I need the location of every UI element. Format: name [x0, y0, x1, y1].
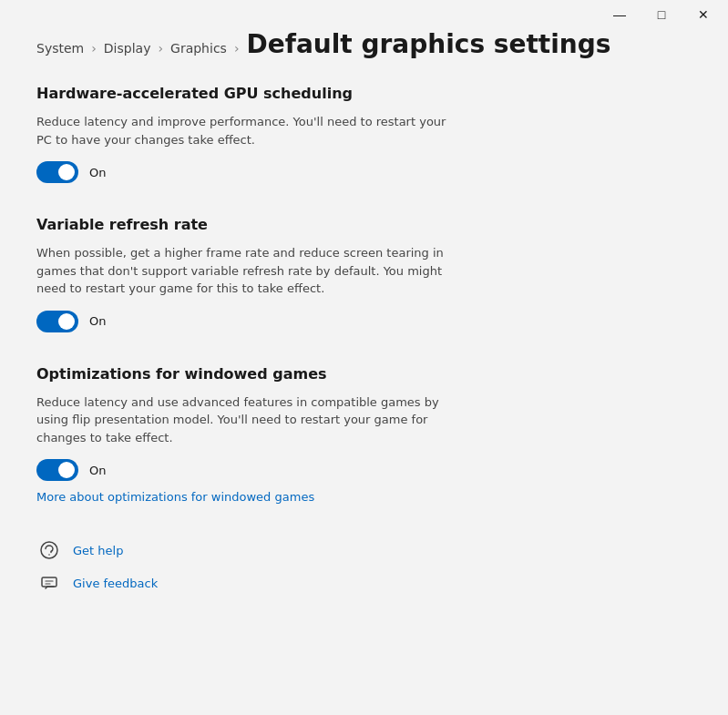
give-feedback-link[interactable]: Give feedback — [73, 577, 158, 590]
gpu-scheduling-toggle[interactable] — [36, 161, 78, 183]
give-feedback-item[interactable]: Give feedback — [36, 570, 692, 596]
page-content: System › Display › Graphics › Default gr… — [0, 29, 728, 715]
breadcrumb-sep-2: › — [158, 41, 163, 56]
gpu-scheduling-toggle-thumb — [58, 164, 75, 180]
windowed-games-section: Optimizations for windowed games Reduce … — [36, 365, 692, 506]
help-section: Get help Give feedback — [36, 537, 692, 596]
variable-refresh-toggle[interactable] — [36, 311, 78, 332]
svg-point-0 — [41, 542, 57, 558]
variable-refresh-title: Variable refresh rate — [36, 216, 692, 233]
windowed-games-toggle[interactable] — [36, 459, 78, 481]
variable-refresh-toggle-label: On — [89, 314, 106, 328]
minimize-button[interactable]: — — [599, 0, 641, 29]
windowed-games-desc: Reduce latency and use advanced features… — [36, 393, 456, 447]
svg-rect-2 — [42, 577, 56, 587]
variable-refresh-toggle-thumb — [58, 313, 75, 330]
get-help-link[interactable]: Get help — [73, 544, 123, 557]
title-bar: — □ ✕ — [0, 0, 728, 29]
windowed-games-toggle-thumb — [58, 462, 75, 478]
breadcrumb-sep-1: › — [91, 41, 97, 56]
gpu-scheduling-title: Hardware-accelerated GPU scheduling — [36, 85, 692, 102]
windowed-games-title: Optimizations for windowed games — [36, 365, 692, 383]
breadcrumb-display[interactable]: Display — [104, 41, 151, 56]
breadcrumb-graphics[interactable]: Graphics — [170, 41, 227, 56]
get-help-item[interactable]: Get help — [36, 537, 692, 563]
give-feedback-icon — [36, 570, 62, 596]
gpu-scheduling-toggle-row: On — [36, 161, 692, 183]
windowed-games-toggle-row: On — [36, 459, 692, 481]
gpu-scheduling-section: Hardware-accelerated GPU scheduling Redu… — [36, 85, 692, 183]
windowed-games-toggle-track — [36, 459, 78, 481]
window: — □ ✕ System › Display › Graphics › Defa… — [0, 0, 728, 715]
gpu-scheduling-desc: Reduce latency and improve performance. … — [36, 113, 456, 148]
page-title: Default graphics settings — [246, 29, 610, 59]
breadcrumb-system[interactable]: System — [36, 41, 84, 56]
variable-refresh-section: Variable refresh rate When possible, get… — [36, 216, 692, 332]
variable-refresh-toggle-row: On — [36, 311, 692, 332]
maximize-button[interactable]: □ — [641, 0, 682, 29]
gpu-scheduling-toggle-track — [36, 161, 78, 183]
windowed-games-toggle-label: On — [89, 464, 106, 477]
variable-refresh-desc: When possible, get a higher frame rate a… — [36, 244, 456, 298]
breadcrumb-sep-3: › — [234, 41, 240, 56]
gpu-scheduling-toggle-label: On — [89, 166, 106, 179]
windowed-games-link[interactable]: More about optimizations for windowed ga… — [36, 490, 314, 504]
variable-refresh-toggle-track — [36, 311, 78, 332]
get-help-icon — [36, 537, 62, 563]
svg-point-1 — [48, 554, 50, 556]
close-button[interactable]: ✕ — [682, 0, 724, 29]
breadcrumb: System › Display › Graphics › Default gr… — [36, 29, 692, 59]
